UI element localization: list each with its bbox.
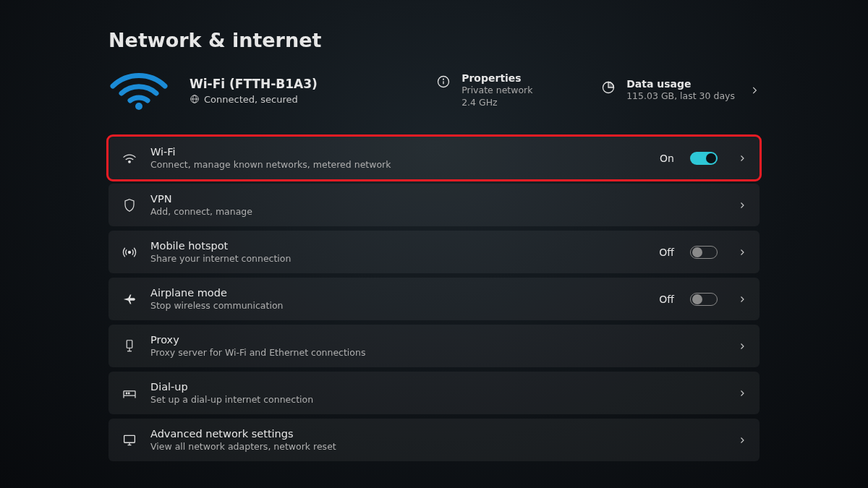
properties-line2: 2.4 GHz [461, 96, 532, 109]
data-usage-icon [600, 80, 616, 95]
proxy-sub: Proxy server for Wi-Fi and Ethernet conn… [150, 347, 718, 358]
svg-point-8 [129, 251, 131, 253]
airplane-icon [122, 293, 137, 306]
row-proxy[interactable]: Proxy Proxy server for Wi-Fi and Etherne… [109, 325, 760, 367]
info-icon [435, 74, 451, 90]
wifi-signal-icon [109, 69, 169, 112]
vpn-title: VPN [150, 193, 718, 205]
chevron-right-icon [738, 201, 746, 210]
vpn-sub: Add, connect, manage [150, 206, 718, 217]
chevron-right-icon [738, 342, 746, 351]
row-advanced-network[interactable]: Advanced network settings View all netwo… [109, 419, 760, 461]
data-usage-line1: 115.03 GB, last 30 days [626, 90, 735, 103]
row-airplane-mode[interactable]: Airplane mode Stop wireless communicatio… [109, 278, 760, 320]
shield-icon [122, 198, 137, 213]
airplane-toggle[interactable] [690, 293, 718, 306]
hotspot-icon [122, 246, 137, 259]
advanced-title: Advanced network settings [150, 428, 718, 440]
properties-button[interactable]: Properties Private network 2.4 GHz [435, 72, 580, 109]
connection-info: Wi-Fi (FTTH-B1A3) Connected, secured [190, 77, 318, 105]
row-dialup[interactable]: Dial-up Set up a dial-up internet connec… [109, 372, 760, 414]
wifi-toggle[interactable] [690, 152, 718, 165]
hotspot-sub: Share your internet connection [150, 253, 646, 264]
row-wifi[interactable]: Wi-Fi Connect, manage known networks, me… [109, 137, 760, 179]
hotspot-state-label: Off [659, 247, 674, 258]
network-status-row: Wi-Fi (FTTH-B1A3) Connected, secured Pro… [109, 69, 760, 112]
svg-point-14 [128, 393, 129, 394]
globe-icon [190, 94, 200, 104]
hotspot-toggle[interactable] [690, 246, 718, 259]
properties-line1: Private network [461, 84, 532, 97]
properties-title: Properties [461, 72, 532, 84]
connection-name: Wi-Fi (FTTH-B1A3) [190, 77, 318, 91]
dialup-title: Dial-up [150, 381, 718, 393]
proxy-title: Proxy [150, 334, 718, 346]
wifi-title: Wi-Fi [150, 146, 647, 158]
hotspot-title: Mobile hotspot [150, 240, 646, 252]
chevron-right-icon [738, 389, 746, 398]
svg-rect-17 [124, 435, 135, 442]
connection-status: Connected, secured [204, 94, 298, 105]
chevron-right-icon [738, 295, 746, 304]
chevron-right-icon [749, 85, 760, 95]
chevron-right-icon [738, 436, 746, 445]
row-vpn[interactable]: VPN Add, connect, manage [109, 184, 760, 226]
monitor-icon [122, 434, 137, 447]
settings-list: Wi-Fi Connect, manage known networks, me… [109, 137, 760, 461]
chevron-right-icon [738, 248, 746, 257]
svg-point-0 [135, 103, 142, 110]
wifi-state-label: On [660, 153, 674, 164]
dialup-icon [122, 388, 137, 399]
airplane-state-label: Off [659, 294, 674, 305]
advanced-sub: View all network adapters, network reset [150, 441, 718, 452]
chevron-right-icon [738, 154, 746, 163]
wifi-sub: Connect, manage known networks, metered … [150, 159, 647, 170]
data-usage-title: Data usage [626, 78, 735, 90]
wifi-icon [122, 153, 137, 164]
svg-rect-9 [127, 340, 132, 348]
svg-point-7 [129, 160, 131, 163]
svg-point-13 [126, 393, 127, 394]
proxy-icon [122, 339, 137, 354]
dialup-sub: Set up a dial-up internet connection [150, 394, 718, 405]
svg-point-5 [443, 79, 444, 80]
airplane-title: Airplane mode [150, 287, 646, 299]
data-usage-button[interactable]: Data usage 115.03 GB, last 30 days [600, 78, 760, 103]
row-mobile-hotspot[interactable]: Mobile hotspot Share your internet conne… [109, 231, 760, 273]
page-title: Network & internet [109, 29, 760, 51]
airplane-sub: Stop wireless communication [150, 300, 646, 311]
